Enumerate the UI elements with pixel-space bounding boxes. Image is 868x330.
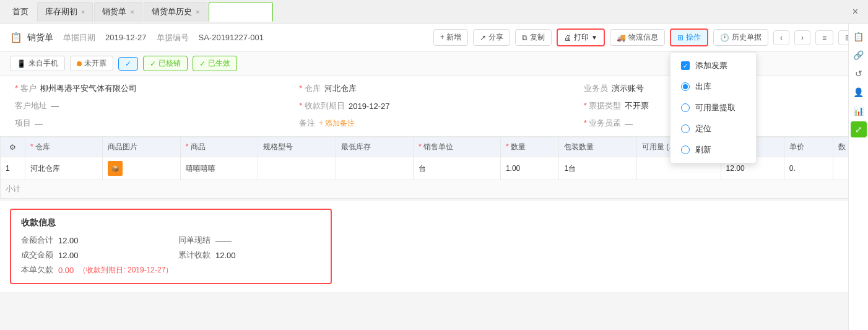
cell-no: 1 (1, 157, 25, 180)
new-button[interactable]: + 新增 (433, 29, 468, 46)
payment-info: 收款信息 金额合计 12.00 同单现结 —— 成交金额 12.00 累计收款 … (10, 209, 332, 284)
warehouse-label: 仓库 (299, 83, 321, 94)
cell-img: 📦 (103, 157, 180, 180)
cell-min-stock (336, 157, 413, 180)
tab-inventory-close[interactable]: × (81, 8, 85, 15)
ticket-type-label: 票据类型 (584, 100, 622, 111)
project-value: — (35, 119, 43, 128)
doc-icon: 📋 (10, 32, 22, 43)
warehouse-value: 河北仓库 (324, 83, 357, 94)
due-date-row: 收款到期日 2019-12-27 (299, 100, 568, 111)
from-phone-button[interactable]: 📱 来自手机 (10, 56, 65, 71)
dropdown-locate[interactable]: 定位 (671, 118, 756, 139)
copy-icon: ⧉ (522, 33, 527, 42)
bottom-area: 收款信息 金额合计 12.00 同单现结 —— 成交金额 12.00 累计收款 … (0, 201, 868, 292)
same-order-value: —— (215, 236, 232, 245)
customer-label: 客户 (15, 83, 37, 94)
tab-sales-history[interactable]: 销货单历史 × (144, 2, 207, 22)
cell-warehouse: 河北仓库 (25, 157, 103, 180)
subtotal-label: 小计 (1, 180, 868, 199)
col-min-stock: 最低库存 (336, 137, 413, 157)
not-open-button[interactable]: 未开票 (70, 56, 113, 71)
tab-sales-history-close[interactable]: × (196, 8, 199, 15)
not-open-label: 未开票 (84, 58, 106, 69)
ticket-type-value: 不开票 (625, 100, 649, 111)
tab-inventory[interactable]: 库存期初 × (37, 2, 93, 22)
tab-sales[interactable]: 销货单 × (94, 2, 142, 22)
outbound-icon (680, 82, 690, 92)
cumulative-row: 累计收款 12.00 (178, 250, 321, 261)
operate-icon: ⊞ (677, 33, 684, 42)
deal-amount-value: 12.00 (58, 251, 79, 260)
product-image: 📦 (108, 161, 123, 176)
share-label: 分享 (488, 32, 503, 43)
dropdown-add-invoice[interactable]: ✓ 添加发票 (671, 55, 756, 76)
share-button[interactable]: ↗ 分享 (473, 29, 510, 46)
deal-amount-label: 成交金额 (21, 250, 53, 261)
view1-button[interactable]: ≡ (815, 30, 833, 45)
document-header: 📋 销货单 单据日期 2019-12-27 单据编号 SA-20191227-0… (0, 24, 868, 52)
logistics-icon: 🚚 (617, 33, 626, 42)
tab-view-sales-close[interactable]: × (261, 8, 264, 15)
note-label: 备注 (299, 118, 315, 129)
operate-label: 操作 (686, 32, 701, 43)
right-sidebar: 📋 🔗 ↺ 👤 📊 ⤢ (848, 24, 868, 292)
col-settings[interactable]: ⚙ (1, 137, 25, 157)
next-button[interactable]: › (794, 30, 810, 45)
sidebar-rotate-btn[interactable]: ↺ (851, 66, 867, 82)
customer-row: 客户 柳州粤港平安气体有限公司 (15, 83, 284, 94)
cell-qty: 1.00 (500, 157, 559, 180)
tab-view-sales[interactable]: 查看销货单 × (209, 2, 272, 22)
deal-amount-row: 成交金额 12.00 (21, 250, 163, 261)
radio-selected (681, 82, 690, 91)
tab-bar: 首页 库存期初 × 销货单 × 销货单历史 × 查看销货单 × × (0, 0, 868, 24)
due-date-label: 收款到期日 (299, 100, 345, 111)
plus-icon: + (319, 119, 323, 128)
history-button[interactable]: 🕐 历史单据 (713, 29, 768, 46)
add-note-button[interactable]: + 添加备注 (319, 118, 355, 129)
effective-icon: ✓ (199, 59, 206, 68)
sidebar-expand-btn[interactable]: ⤢ (851, 121, 867, 137)
effective-button[interactable]: ✓ 已生效 (193, 56, 237, 71)
cumulative-value: 12.00 (215, 251, 236, 260)
staff-value: 演示账号 (612, 83, 644, 94)
tab-inventory-label: 库存期初 (45, 6, 77, 17)
number-label: 单据编号 (157, 32, 189, 43)
sidebar-user-btn[interactable]: 👤 (851, 84, 867, 100)
add-invoice-icon: ✓ (680, 61, 690, 71)
total-label: 金额合计 (21, 235, 53, 246)
logistics-button[interactable]: 🚚 物流信息 (610, 29, 665, 46)
sidebar-link-btn[interactable]: 🔗 (851, 47, 867, 63)
note-row: 备注 + 添加备注 (299, 118, 568, 129)
tab-home[interactable]: 首页 (5, 2, 36, 22)
dropdown-refresh[interactable]: 刷新 (671, 139, 756, 160)
checked-button[interactable]: ✓ 已核销 (143, 56, 188, 71)
doc-title-area: 📋 销货单 (10, 32, 53, 43)
col-qty: * 数量 (500, 137, 559, 157)
available-qty-label: 可用量提取 (695, 102, 736, 113)
tab-view-sales-label: 查看销货单 (217, 6, 257, 17)
share-icon: ↗ (480, 33, 486, 42)
copy-button[interactable]: ⧉ 复制 (515, 29, 552, 46)
col-spec: 规格型号 (258, 137, 336, 157)
confirm-button[interactable]: ✓ (118, 57, 138, 71)
sidebar-chart-btn[interactable]: 📊 (851, 103, 867, 119)
operate-button[interactable]: ⊞ 操作 (670, 28, 708, 46)
tab-home-label: 首页 (12, 6, 28, 17)
tab-sales-history-label: 销货单历史 (152, 6, 192, 17)
col-product: * 商品 (180, 137, 258, 157)
sidebar-copy-btn[interactable]: 📋 (851, 28, 867, 45)
date-value: 2019-12-27 (105, 33, 147, 42)
global-close-button[interactable]: × (848, 4, 863, 20)
cell-spec (258, 157, 336, 180)
owe-label: 本单欠款 (21, 264, 53, 276)
radio-empty (681, 103, 690, 112)
print-button[interactable]: 🖨 打印 ▼ (557, 28, 605, 46)
cell-product: 嘻嘻嘻嘻 (180, 157, 258, 180)
dropdown-outbound[interactable]: 出库 (671, 76, 756, 97)
tab-sales-close[interactable]: × (130, 8, 134, 15)
prev-button[interactable]: ‹ (773, 30, 789, 45)
doc-actions: + 新增 ↗ 分享 ⧉ 复制 🖨 打印 ▼ 🚚 物流信息 ⊞ 操作 🕐 历史单据 (433, 28, 858, 46)
dropdown-available-qty[interactable]: 可用量提取 (671, 97, 756, 118)
confirm-icon: ✓ (125, 59, 131, 68)
